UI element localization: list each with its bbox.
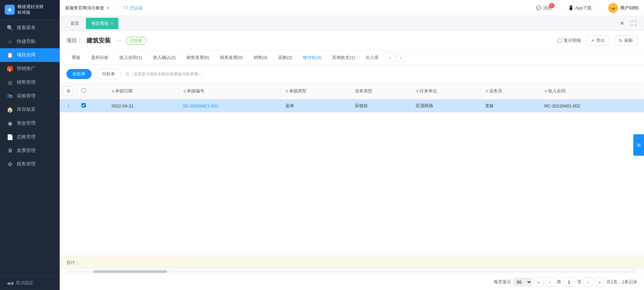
scrollbar-track[interactable]: [66, 270, 637, 273]
export-button[interactable]: ↗ 导出: [586, 35, 609, 46]
sub-tab-tax_invoice[interactable]: 税务发票(0): [215, 51, 248, 65]
tab-close-icon[interactable]: ×: [111, 21, 113, 26]
account-name[interactable]: 新服务官网演示账套 ▼: [65, 5, 110, 11]
show-detail-checkbox[interactable]: 显示明细: [557, 38, 581, 44]
sidebar-item-tax[interactable]: ⚙税务管理: [0, 157, 60, 171]
sub-tab-profit[interactable]: 盈利分析: [86, 51, 114, 65]
sidebar-item-inventory[interactable]: 🏠库存核算: [0, 103, 60, 117]
sub-tab-in_out[interactable]: 出入库: [360, 51, 384, 65]
receipt-filter-button[interactable]: 收款单: [66, 69, 92, 79]
sub-tabs-prev[interactable]: ‹: [385, 53, 395, 62]
project-label: 项目：: [66, 37, 83, 44]
sidebar-item-invoice[interactable]: 🖥发票管理: [0, 144, 60, 157]
unpin-icon: ◀◀: [7, 281, 13, 286]
message-icon: 💬: [536, 5, 541, 10]
sidebar-item-quicknav[interactable]: ⌂快捷导航: [0, 35, 60, 48]
content-area: 项目： 建筑安装 ··· 已生效 显示明细 ↗ 导出 ↻ 刷新: [60, 31, 644, 290]
topbar-divider3: [600, 5, 600, 11]
project-header: 项目： 建筑安装 ··· 已生效 显示明细 ↗ 导出 ↻ 刷新: [60, 31, 644, 51]
sidebar-item-project[interactable]: 📋项目合同: [0, 48, 60, 62]
expand-window-button[interactable]: ⛶: [629, 19, 639, 28]
sidebar-item-ledger[interactable]: 📄总账管理: [0, 130, 60, 144]
data-table: ⚙ ⇅ 单据日期 ⇅ 单据编号 ⇅ 单据类型: [60, 83, 644, 113]
logo-text: 畅捷通好业财 标准版: [17, 4, 44, 15]
doc-number-link[interactable]: SK-20220421-001: [183, 103, 218, 108]
sort-icon-salesman: ⇅: [485, 89, 489, 93]
sort-icon: ⇅: [112, 89, 115, 93]
payment-filter-button[interactable]: 付款单: [96, 69, 121, 79]
tabbar-actions: ✕ ⛶: [617, 19, 639, 28]
sub-tab-purchase[interactable]: 采购(2): [273, 51, 298, 65]
cert-badge: 🛡 已认证: [124, 5, 143, 11]
sidebar-icon-quicknav: ⌂: [7, 39, 13, 45]
tab-project-board[interactable]: 项目看板 ×: [86, 18, 118, 29]
summary-row: 合计：: [60, 256, 644, 269]
sidebar-item-sales[interactable]: ◎销售管理: [0, 76, 60, 89]
row-checkbox[interactable]: [82, 103, 86, 107]
sub-tab-receipt[interactable]: 收付款(4): [298, 51, 327, 65]
sub-tab-sales_invoice[interactable]: 销售发票(0): [181, 51, 215, 65]
shield-icon: 🛡: [124, 5, 128, 10]
float-action-button[interactable]: ≡: [633, 134, 644, 156]
sub-tab-income_confirm[interactable]: 收入确认(2): [148, 51, 181, 65]
scrollbar-thumb[interactable]: [93, 270, 167, 273]
refresh-button[interactable]: ↻ 刷新: [614, 35, 637, 46]
sub-tab-income_contract[interactable]: 收入合同(1): [114, 51, 148, 65]
topbar-divider: [117, 5, 117, 11]
first-page-button[interactable]: «: [534, 277, 543, 287]
project-actions: ···: [117, 38, 122, 44]
sort-icon-number: ⇅: [183, 89, 187, 93]
sidebar-unpin[interactable]: ◀◀ 取消固定: [0, 276, 60, 290]
show-detail-input[interactable]: [557, 39, 562, 43]
tab-home[interactable]: 首页: [65, 18, 85, 29]
user-avatar: 🐱: [608, 3, 618, 13]
column-salesman: ⇅ 业务员: [481, 83, 540, 99]
messages-button[interactable]: 💬 消息 1: [536, 5, 552, 11]
prev-page-button[interactable]: ‹: [545, 277, 555, 287]
column-checkbox: [77, 83, 108, 99]
sidebar-item-finance[interactable]: ◉资金管理: [0, 117, 60, 130]
sidebar-icon-sales: ◎: [7, 79, 13, 86]
sidebar-icon-invoice: 🖥: [7, 148, 13, 154]
sub-tab-other_income[interactable]: 其他收支(1): [327, 51, 360, 65]
app-download-button[interactable]: 📱 App下载: [568, 5, 592, 11]
sort-icon-contract: ⇅: [544, 89, 548, 93]
last-page-button[interactable]: »: [595, 277, 604, 287]
sidebar-item-purchase[interactable]: 🛍采购管理: [0, 89, 60, 103]
sub-tab-sales[interactable]: 销售(0): [248, 51, 273, 65]
sort-icon-partner: ⇅: [416, 89, 420, 93]
per-page-select[interactable]: 50 20 100: [513, 278, 532, 286]
user-menu[interactable]: 🐱 用户3355: [608, 3, 639, 13]
column-gear: ⚙: [60, 83, 77, 99]
close-window-button[interactable]: ✕: [617, 19, 627, 28]
project-status-badge: 已生效: [126, 37, 147, 45]
column-date: ⇅ 单据日期: [107, 83, 179, 99]
column-type: ⇅ 单据类型: [281, 83, 351, 99]
table-header-row: ⚙ ⇅ 单据日期 ⇅ 单据编号 ⇅ 单据类型: [60, 83, 644, 99]
sub-tab-kanban[interactable]: 看板: [66, 51, 86, 65]
sidebar-icon-project: 📋: [7, 52, 13, 58]
float-icon: ≡: [635, 143, 642, 147]
sidebar-icon-inventory: 🏠: [7, 106, 13, 113]
sidebar-nav: 🔍搜索菜单⌂快捷导航📋项目合同🎁营销推广◎销售管理🛍采购管理🏠库存核算◉资金管理…: [0, 20, 60, 276]
sidebar-item-search[interactable]: 🔍搜索菜单: [0, 21, 60, 35]
filter-bar: 收款单 付款单 注：这里是与项目关联的全部收付款单哦～: [60, 65, 644, 83]
project-more-button[interactable]: ···: [117, 38, 122, 44]
column-settings-button[interactable]: ⚙: [64, 86, 73, 96]
next-page-button[interactable]: ›: [584, 277, 593, 287]
sort-icon-type: ⇅: [285, 89, 289, 93]
sub-tabs-next[interactable]: ›: [396, 53, 406, 62]
sidebar-icon-finance: ◉: [7, 120, 13, 127]
select-all-checkbox[interactable]: [82, 88, 86, 93]
pagination: 每页显示 50 20 100 « ‹ 第 页 › » 共1页，1条记录: [60, 274, 644, 290]
sidebar-icon-tax: ⚙: [7, 161, 13, 167]
main-area: 新服务官网演示账套 ▼ 🛡 已认证 💬 消息 1 📱 App下载 🐱 用户335…: [60, 0, 644, 290]
page-number-input[interactable]: [563, 277, 575, 287]
account-dropdown-icon: ▼: [106, 6, 110, 10]
table-row[interactable]: 1 2022-04-21 SK-20220421-001 蓝单 应收款 宏茂商场…: [60, 99, 644, 113]
topbar: 新服务官网演示账套 ▼ 🛡 已认证 💬 消息 1 📱 App下载 🐱 用户335…: [60, 0, 644, 16]
table-container: ⚙ ⇅ 单据日期 ⇅ 单据编号 ⇅ 单据类型: [60, 83, 644, 256]
sidebar-item-marketing[interactable]: 🎁营销推广: [0, 62, 60, 76]
filter-note: 注：这里是与项目关联的全部收付款单哦～: [125, 71, 202, 77]
refresh-icon: ↻: [619, 38, 623, 43]
